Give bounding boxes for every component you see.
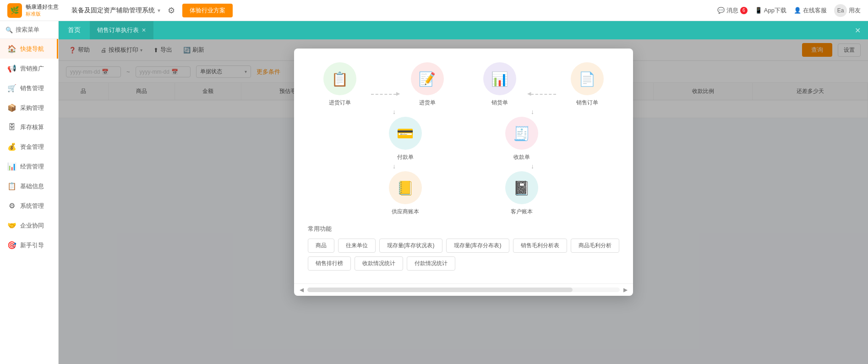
payment-bill-circle: 💳 [389,117,422,150]
flow-node-sales-order[interactable]: 📄 销售订单 [560,62,615,107]
logo-text: 畅康通好生意 标准版 [26,4,59,17]
receipt-bill-label: 收款单 [513,153,530,161]
logo-area: 🌿 畅康通好生意 标准版 [7,3,66,18]
app-container: 🌿 畅康通好生意 标准版 装备及固定资产辅助管理系统 ▾ ⚙ 体验行业方案 💬 … [0,0,868,364]
search-menu-button[interactable]: 🔍 搜索菜单 [0,21,58,39]
modal-dialog: 📋 进货订单 ▶ [294,49,633,296]
enterprise-icon: 🤝 [7,221,16,230]
receipt-bill-icon: 🧾 [513,125,530,141]
func-btn-stock-status[interactable]: 现存量(库存状况表) [379,239,442,253]
purchase-bill-circle: 📝 [411,62,444,95]
tab-home[interactable]: 首页 [59,21,90,39]
flow-node-customer-ledger[interactable]: 📓 客户账本 [494,171,549,216]
payment-bill-icon: 💳 [397,125,414,141]
flow-diagram: 📋 进货订单 ▶ [294,49,633,225]
finance-icon: 💰 [7,142,16,151]
purchase-icon: 📦 [7,103,16,112]
arrow-down-payment: ↓ [378,107,411,117]
sidebar-item-quick-nav[interactable]: 🏠 快捷导航 [0,39,58,59]
flow-node-sales-bill[interactable]: 📊 销货单 [472,62,527,107]
payment-bill-label: 付款单 [397,153,414,161]
func-btn-product[interactable]: 商品 [308,239,334,253]
flow-node-purchase-bill[interactable]: 📝 进货单 [400,62,455,107]
tab-sales-order[interactable]: 销售订单执行表 ✕ [90,21,153,39]
func-btn-payment-stat[interactable]: 付款情况统计 [407,256,455,271]
common-functions: 常用功能 商品 往来单位 现存量(库存状况表) 现存量(库存分布表) 销售毛利分… [294,225,633,283]
sidebar-item-guide[interactable]: 🎯 新手引导 [0,235,58,255]
customer-ledger-circle: 📓 [505,171,538,204]
user-menu[interactable]: Ea 用友 [834,4,861,17]
func-btn-sales-profit[interactable]: 销售毛利分析表 [513,239,567,253]
app-icon: 📱 [755,7,762,14]
flow-node-purchase-order[interactable]: 📋 进货订单 [312,62,367,107]
tab-close-icon[interactable]: ✕ [142,27,146,33]
sidebar-item-finance[interactable]: 💰 资金管理 [0,137,58,157]
system-dropdown-icon[interactable]: ▾ [158,7,160,14]
sidebar-item-operations[interactable]: 📊 经营管理 [0,157,58,176]
guide-icon: 🎯 [7,241,16,250]
top-right-actions: 💬 消息 6 📱 App下载 👤 在线客服 Ea 用友 [717,4,861,17]
sales-icon: 🛒 [7,84,16,92]
search-icon: 🔍 [5,27,13,33]
purchase-bill-label: 进货单 [419,99,436,107]
func-btn-sales-rank[interactable]: 销售排行榜 [308,256,351,271]
service-icon: 👤 [794,7,801,14]
main-area: 🔍 搜索菜单 🏠 快捷导航 📢 营销推广 🛒 销售管理 📦 采购管理 🗄 [0,21,868,364]
sales-order-label: 销售订单 [576,99,598,107]
system-title: 装备及固定资产辅助管理系统 ▾ [71,6,160,15]
scroll-track [307,288,620,292]
supplier-ledger-circle: 📒 [389,171,422,204]
func-buttons-row2: 销售排行榜 收款情况统计 付款情况统计 [308,256,619,271]
flow-node-receipt-bill[interactable]: 🧾 收款单 [494,117,549,161]
inventory-icon: 🗄 [7,123,16,131]
modal-scrollbar: ◀ ▶ [294,283,633,296]
common-functions-title: 常用功能 [308,225,619,233]
scroll-thumb[interactable] [307,288,573,292]
sales-order-circle: 📄 [571,62,604,95]
sidebar-item-inventory[interactable]: 🗄 库存核算 [0,118,58,137]
sidebar-item-purchase[interactable]: 📦 采购管理 [0,98,58,118]
flow-node-payment-bill[interactable]: 💳 付款单 [378,117,433,161]
marketing-icon: 📢 [7,64,16,73]
supplier-ledger-icon: 📒 [397,180,414,196]
arrow-down-supplier: ↓ [378,161,411,171]
modal-overlay[interactable]: 📋 进货订单 ▶ [59,39,868,364]
content-area: 首页 销售订单执行表 ✕ ✕ ❓ 帮助 🖨 [59,21,868,364]
scroll-right-arrow[interactable]: ▶ [623,287,628,293]
supplier-ledger-label: 供应商账本 [392,208,419,216]
gear-button[interactable]: ⚙ [166,4,177,17]
func-buttons-row1: 商品 往来单位 现存量(库存状况表) 现存量(库存分布表) 销售毛利分析表 商品… [308,239,619,253]
user-avatar: Ea [834,4,847,17]
message-button[interactable]: 💬 消息 6 [717,6,748,15]
func-btn-product-profit[interactable]: 商品毛利分析 [571,239,619,253]
arrow-down-receipt: ↓ [516,107,549,117]
sidebar-item-system[interactable]: ⚙ 系统管理 [0,196,58,216]
sidebar: 🔍 搜索菜单 🏠 快捷导航 📢 营销推广 🛒 销售管理 📦 采购管理 🗄 [0,21,59,364]
sidebar-item-marketing[interactable]: 📢 营销推广 [0,59,58,78]
sidebar-item-base[interactable]: 📋 基础信息 [0,176,58,196]
func-btn-contacts[interactable]: 往来单位 [338,239,376,253]
tab-bar: 首页 销售订单执行表 ✕ ✕ [59,21,868,39]
home-icon: 🏠 [7,44,16,53]
arrow-down-customer: ↓ [516,161,549,171]
message-icon: 💬 [717,7,725,14]
sidebar-item-sales[interactable]: 🛒 销售管理 [0,78,58,98]
trial-button[interactable]: 体验行业方案 [182,4,233,17]
func-btn-receipt-stat[interactable]: 收款情况统计 [355,256,403,271]
sidebar-item-enterprise[interactable]: 🤝 企业协同 [0,216,58,235]
scroll-left-arrow[interactable]: ◀ [300,287,304,293]
customer-ledger-label: 客户账本 [511,208,533,216]
customer-ledger-icon: 📓 [513,180,530,196]
purchase-order-icon: 📋 [331,71,348,87]
online-service-button[interactable]: 👤 在线客服 [794,6,827,15]
receipt-bill-circle: 🧾 [505,117,538,150]
sales-bill-circle: 📊 [483,62,516,95]
purchase-bill-icon: 📝 [419,71,436,87]
base-icon: 📋 [7,182,16,190]
tab-bar-close-button[interactable]: ✕ [851,22,864,38]
app-download-button[interactable]: 📱 App下载 [755,6,786,15]
flow-node-supplier-ledger[interactable]: 📒 供应商账本 [378,171,433,216]
func-btn-stock-dist[interactable]: 现存量(库存分布表) [446,239,509,253]
logo-icon: 🌿 [7,3,22,18]
top-bar: 🌿 畅康通好生意 标准版 装备及固定资产辅助管理系统 ▾ ⚙ 体验行业方案 💬 … [0,0,868,21]
